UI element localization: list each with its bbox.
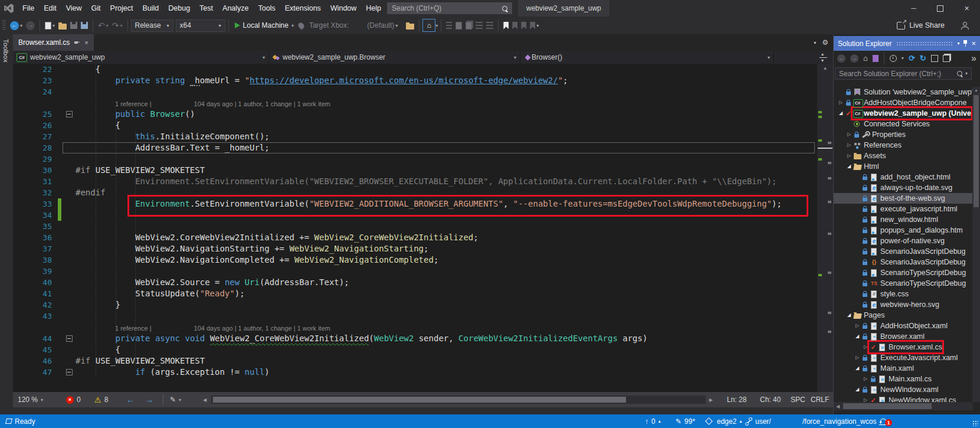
- forward-icon[interactable]: →: [850, 54, 858, 63]
- configuration-dropdown[interactable]: Release▾: [131, 19, 173, 32]
- expand-icon[interactable]: ◢: [854, 363, 861, 374]
- copy-document-button[interactable]: [454, 22, 464, 30]
- error-count[interactable]: ×0: [66, 392, 81, 407]
- tree-item-references[interactable]: ▷References: [834, 140, 973, 151]
- tree-item-always-up-to-date-svg[interactable]: ealways-up-to-date.svg: [834, 182, 973, 193]
- codelens-row[interactable]: 1 reference |104 days ago | 1 author, 1 …: [13, 97, 817, 109]
- task-status-icon[interactable]: [5, 419, 12, 424]
- tree-item-solution-webview2-sample-uwp-3[interactable]: Solution 'webview2_sample_uwp' (3: [834, 87, 973, 97]
- navigate-forward-button[interactable]: →: [24, 21, 37, 30]
- line-number[interactable]: 23: [13, 75, 58, 86]
- tree-item-connected-services[interactable]: Connected Services: [834, 119, 973, 129]
- line-number[interactable]: 31: [13, 176, 58, 187]
- vscroll-thumb[interactable]: [974, 95, 979, 207]
- branch-name-button[interactable]: /force_navigation_wcos▴: [802, 414, 881, 428]
- tree-item-main-xaml-cs[interactable]: ▷»Main.xaml.cs: [834, 374, 973, 384]
- tree-item-newwindow-xaml-cs[interactable]: ▷✓»NewWindow.xaml.cs: [834, 395, 973, 402]
- code-line-39[interactable]: 39: [13, 266, 817, 277]
- collapse-icon[interactable]: ▷: [845, 129, 853, 140]
- menu-view[interactable]: View: [61, 0, 87, 17]
- undo-button[interactable]: ↶▾: [96, 21, 110, 30]
- save-all-button[interactable]: [79, 22, 90, 29]
- code-editor[interactable]: 22 {23 private string _homeUrl = "https:…: [13, 64, 817, 392]
- line-number[interactable]: 47: [13, 367, 58, 378]
- line-number[interactable]: 30: [13, 165, 58, 176]
- code-line-41[interactable]: 41 StatusUpdate("Ready");: [13, 288, 817, 299]
- pin-icon[interactable]: [74, 40, 80, 45]
- navigate-back-icon[interactable]: ←: [126, 392, 135, 407]
- menu-edit[interactable]: Edit: [39, 0, 61, 17]
- close-button[interactable]: ×: [953, 0, 980, 17]
- platform-dropdown[interactable]: x64▾: [176, 19, 225, 32]
- repository-button[interactable]: edge2▴: [706, 414, 742, 428]
- refresh-icon[interactable]: ⟳: [909, 54, 915, 63]
- solution-explorer-vertical-scrollbar[interactable]: ▲: [972, 87, 980, 402]
- line-number[interactable]: 38: [13, 254, 58, 266]
- home-button[interactable]: ⌂: [422, 19, 435, 32]
- tree-item-webview2-sample-uwp-unive[interactable]: ◢✓C#webview2_sample_uwp (Unive: [834, 108, 973, 119]
- line-number[interactable]: 28: [13, 142, 58, 153]
- menu-git[interactable]: Git: [87, 0, 106, 17]
- visual-studio-logo-icon[interactable]: [0, 3, 18, 14]
- decrease-indent-button[interactable]: [474, 22, 484, 29]
- collapse-icon[interactable]: ▷: [862, 374, 869, 384]
- find-in-files-button[interactable]: [404, 22, 416, 30]
- collapse-icon[interactable]: ▷: [837, 97, 844, 108]
- line-number[interactable]: 36: [13, 232, 58, 243]
- navigate-backward-button[interactable]: ←▾: [8, 21, 24, 30]
- line-number[interactable]: 37: [13, 243, 58, 254]
- ink-annotations-icon[interactable]: ✎▾: [170, 392, 181, 407]
- tree-item-popups-and-dialogs-htm[interactable]: popups_and_dialogs.htm: [834, 225, 973, 236]
- tree-item-new-window-html[interactable]: new_window.html: [834, 214, 973, 225]
- menu-extensions[interactable]: Extensions: [280, 0, 326, 17]
- minimize-button[interactable]: ─: [900, 0, 927, 17]
- tree-item-main-xaml[interactable]: ◢‹›Main.xaml: [834, 363, 973, 374]
- tab-browser-xaml-cs[interactable]: Browser.xaml.cs ×: [13, 34, 94, 51]
- tree-item-addhostobjectbridgecompone[interactable]: ▷C#AddHostObjectBridgeCompone: [834, 97, 973, 108]
- tree-item-power-of-native-svg[interactable]: epower-of-native.svg: [834, 236, 973, 246]
- expand-icon[interactable]: ◢: [837, 108, 844, 119]
- tree-item-scenariotypescriptdebug[interactable]: TSScenarioTypeScriptDebug: [834, 278, 973, 289]
- warning-count[interactable]: ⚠8: [94, 392, 108, 407]
- fold-collapse-icon[interactable]: [66, 369, 73, 375]
- code-line-34[interactable]: 34: [13, 210, 817, 221]
- live-share-label[interactable]: Live Share: [909, 21, 945, 30]
- line-number[interactable]: 35: [13, 221, 58, 232]
- tree-item-html[interactable]: ◢Html: [834, 161, 973, 172]
- code-line-31[interactable]: 31 Environment.SetEnvironmentVariable("W…: [13, 176, 817, 187]
- code-line-42[interactable]: 42 }: [13, 299, 817, 311]
- menu-test[interactable]: Test: [195, 0, 218, 17]
- collapse-icon[interactable]: ▷: [854, 352, 861, 363]
- menu-tools[interactable]: Tools: [254, 0, 280, 17]
- clear-bookmarks-button[interactable]: ▾: [528, 22, 540, 30]
- solution-explorer-horizontal-scrollbar[interactable]: ◀: [834, 402, 973, 410]
- editor-horizontal-scrollbar[interactable]: [211, 396, 706, 404]
- tree-item-browser-xaml[interactable]: ◢‹›Browser.xaml: [834, 331, 973, 342]
- menu-debug[interactable]: Debug: [163, 0, 195, 17]
- code-line-43[interactable]: 43: [13, 311, 817, 322]
- expand-icon[interactable]: ◢: [854, 331, 861, 342]
- hscroll-thumb[interactable]: [843, 403, 932, 409]
- close-panel-icon[interactable]: ×: [971, 39, 976, 48]
- code-line-38[interactable]: 38 WebView2.NavigationCompleted += WebVi…: [13, 254, 817, 266]
- menu-window[interactable]: Window: [326, 0, 361, 17]
- toggle-bookmark-button[interactable]: [502, 22, 510, 30]
- tree-item-newwindow-xaml[interactable]: ◢‹›NewWindow.xaml: [834, 384, 973, 395]
- toolbar-overflow-icon[interactable]: »: [971, 53, 976, 64]
- breadcrumb-member-dropdown[interactable]: Browser() ▾: [520, 51, 774, 64]
- search-icon[interactable]: [957, 71, 962, 76]
- tree-item-addhostobject-xaml[interactable]: ▷‹›AddHostObject.xaml: [834, 321, 973, 331]
- home-icon[interactable]: ⌂: [863, 54, 868, 63]
- code-line-37[interactable]: 37 WebView2.NavigationStarting += WebVie…: [13, 243, 817, 254]
- code-line-25[interactable]: 25 public Browser(): [13, 109, 817, 120]
- split-editor-icon[interactable]: [820, 54, 827, 61]
- window-position-dropdown-icon[interactable]: ▾: [957, 41, 959, 46]
- previous-bookmark-button[interactable]: [510, 22, 519, 30]
- hot-reload-icon[interactable]: [297, 22, 306, 29]
- code-line-33[interactable]: 33 Environment.SetEnvironmentVariable("W…: [13, 198, 817, 210]
- menu-file[interactable]: File: [18, 0, 39, 17]
- duplicate-document-button[interactable]: [464, 22, 474, 30]
- code-line-40[interactable]: 40 WebView2.Source = new Uri(AddressBar.…: [13, 277, 817, 288]
- code-line-30[interactable]: 30#if USE_WEBVIEW2_SMOKETEST: [13, 165, 817, 176]
- start-debugging-button[interactable]: Local Machine▾: [232, 21, 297, 30]
